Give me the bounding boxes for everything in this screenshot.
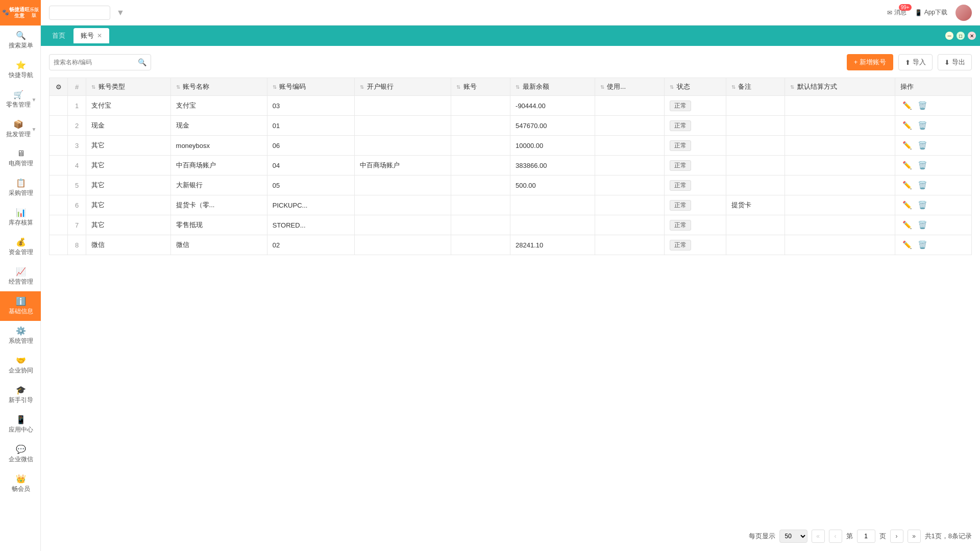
sidebar-item-label: 基础信息 — [9, 308, 33, 315]
user-avatar[interactable] — [955, 5, 972, 21]
first-page-button[interactable]: « — [812, 530, 825, 543]
edit-button[interactable]: ✏️ — [900, 160, 914, 171]
col-action-label: 操作 — [900, 83, 914, 90]
row-action-cell: ✏️ 🗑️ — [895, 176, 971, 195]
sidebar-item-label: 资金管理 — [9, 248, 33, 256]
edit-button[interactable]: ✏️ — [900, 140, 914, 151]
sidebar-item-enterprise-wechat[interactable]: 💬 企业微信 — [0, 439, 41, 469]
row-account-code-cell: PICKUPC... — [267, 195, 354, 215]
app-download-icon: 📱 — [915, 9, 922, 16]
delete-button[interactable]: 🗑️ — [916, 120, 929, 131]
sidebar-item-search-menu[interactable]: 🔍 搜索菜单 — [0, 26, 41, 55]
next-page-button[interactable]: › — [890, 530, 903, 543]
minimize-button[interactable]: ─ — [945, 32, 953, 40]
sidebar-item-finance-mgmt[interactable]: 💰 资金管理 — [0, 232, 41, 262]
import-label: 导入 — [913, 58, 926, 67]
prev-page-button[interactable]: ‹ — [829, 530, 842, 543]
sidebar-item-operation-mgmt[interactable]: 📈 经营管理 — [0, 262, 41, 291]
add-account-button[interactable]: + 新增账号 — [847, 54, 893, 70]
col-usage[interactable]: ⇅ 使用... — [595, 78, 665, 96]
row-settlement-cell — [785, 195, 895, 215]
sidebar-item-wholesale-mgmt[interactable]: 📦 批发管理 ▼ — [0, 114, 41, 144]
col-note[interactable]: ⇅ 备注 — [726, 78, 785, 96]
row-balance-cell — [510, 195, 595, 215]
delete-button[interactable]: 🗑️ — [916, 239, 929, 251]
delete-button[interactable]: 🗑️ — [916, 219, 929, 231]
edit-button[interactable]: ✏️ — [900, 239, 914, 251]
col-account-code[interactable]: ⇅ 账号编码 — [267, 78, 354, 96]
close-button[interactable]: ✕ — [968, 32, 976, 40]
col-account-name[interactable]: ⇅ 账号名称 — [170, 78, 267, 96]
row-account-name-cell: moneybosx — [170, 136, 267, 156]
row-settlement-cell — [785, 235, 895, 255]
delete-button[interactable]: 🗑️ — [916, 100, 929, 111]
col-settings[interactable]: ⚙ — [50, 78, 68, 96]
row-balance-cell: 383866.00 — [510, 156, 595, 176]
edit-button[interactable]: ✏️ — [900, 100, 914, 111]
col-status[interactable]: ⇅ 状态 — [665, 78, 726, 96]
table-row: 7 其它 零售抵现 STORED... 正常 ✏️ 🗑️ — [50, 215, 972, 235]
status-badge: 正常 — [670, 200, 691, 211]
app-name: 畅捷通旺生意 — [9, 7, 30, 19]
row-account-code-cell: 02 — [267, 235, 354, 255]
search-input[interactable] — [54, 59, 138, 66]
last-page-button[interactable]: » — [908, 530, 921, 543]
maximize-button[interactable]: □ — [957, 32, 965, 40]
sidebar-item-quick-nav[interactable]: ⭐ 快捷导航 — [0, 55, 41, 85]
edit-button[interactable]: ✏️ — [900, 180, 914, 191]
col-account-number[interactable]: ⇅ 账号 — [451, 78, 510, 96]
topbar-search-input[interactable] — [49, 6, 110, 20]
row-status-cell: 正常 — [665, 116, 726, 136]
guide-icon: 🎓 — [4, 385, 39, 395]
row-bank-cell — [355, 116, 451, 136]
delete-button[interactable]: 🗑️ — [916, 180, 929, 191]
export-button[interactable]: ⬇ 导出 — [938, 54, 972, 70]
row-settings-cell — [50, 195, 68, 215]
edit-button[interactable]: ✏️ — [900, 120, 914, 131]
status-badge: 正常 — [670, 180, 691, 191]
app-download-button[interactable]: 📱 App下载 — [915, 8, 947, 17]
row-account-number-cell — [451, 195, 510, 215]
sort-icon-status: ⇅ — [670, 84, 674, 90]
delete-button[interactable]: 🗑️ — [916, 199, 929, 211]
sidebar-item-ecommerce-mgmt[interactable]: 🖥 电商管理 — [0, 144, 41, 173]
row-account-number-cell — [451, 176, 510, 195]
sidebar-item-system-mgmt[interactable]: ⚙️ 系统管理 — [0, 321, 41, 350]
delete-button[interactable]: 🗑️ — [916, 160, 929, 171]
edit-button[interactable]: ✏️ — [900, 199, 914, 211]
page-number-input[interactable] — [857, 530, 875, 543]
row-balance-cell: 547670.00 — [510, 116, 595, 136]
col-bank[interactable]: ⇅ 开户银行 — [355, 78, 451, 96]
row-action-cell: ✏️ 🗑️ — [895, 136, 971, 156]
search-icon[interactable]: 🔍 — [138, 58, 146, 66]
sidebar-item-basic-info[interactable]: ℹ️ 基础信息 — [0, 291, 41, 321]
col-latest-balance[interactable]: ⇅ 最新余额 — [510, 78, 595, 96]
col-account-type[interactable]: ⇅ 账号类型 — [86, 78, 171, 96]
sidebar-item-new-guide[interactable]: 🎓 新手引导 — [0, 380, 41, 410]
sidebar-item-purchase-mgmt[interactable]: 📋 采购管理 — [0, 173, 41, 203]
sort-icon-usage: ⇅ — [600, 84, 604, 90]
sidebar-item-app-center[interactable]: 📱 应用中心 — [0, 410, 41, 439]
delete-button[interactable]: 🗑️ — [916, 140, 929, 151]
edit-button[interactable]: ✏️ — [900, 219, 914, 231]
row-settlement-cell — [785, 176, 895, 195]
app-logo-icon: 🐾 — [2, 9, 9, 16]
sidebar-item-retail-mgmt[interactable]: 🛒 零售管理 ▼ — [0, 85, 41, 114]
topbar-dropdown-icon[interactable]: ▼ — [116, 8, 125, 17]
tab-account[interactable]: 账号 ✕ — [74, 28, 109, 43]
import-button[interactable]: ⬆ 导入 — [898, 54, 933, 70]
tab-home[interactable]: 首页 — [45, 28, 72, 43]
page-size-select[interactable]: 50 20 100 — [779, 530, 807, 543]
row-account-type-cell: 其它 — [86, 156, 171, 176]
col-default-settlement[interactable]: ⇅ 默认结算方式 — [785, 78, 895, 96]
sidebar-item-enterprise-agreement[interactable]: 🤝 企业协同 — [0, 350, 41, 380]
row-account-code-cell: 01 — [267, 116, 354, 136]
messages-button[interactable]: ✉ 消息 99+ — [887, 8, 906, 17]
tab-account-close[interactable]: ✕ — [97, 33, 102, 39]
row-account-code-cell: STORED... — [267, 215, 354, 235]
col-account-code-label: 账号编码 — [279, 83, 306, 90]
sidebar-item-vip-member[interactable]: 👑 畅会员 — [0, 469, 41, 498]
sidebar-item-inventory-calc[interactable]: 📊 库存核算 — [0, 203, 41, 232]
row-account-name-cell: 提货卡（零... — [170, 195, 267, 215]
tabbar: 首页 账号 ✕ ─ □ ✕ — [41, 26, 980, 46]
